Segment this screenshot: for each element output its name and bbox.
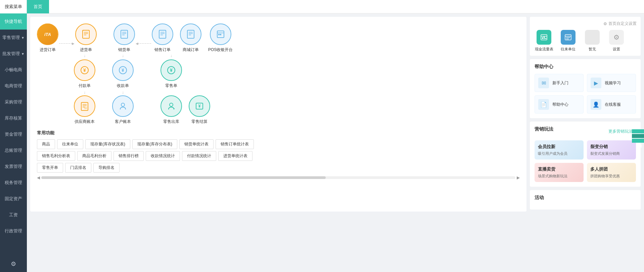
svg-text:¥: ¥	[83, 67, 86, 73]
float-btns: 客服热线 服务社区 桌面快捷	[632, 129, 644, 143]
help-online-service-label: 在线客服	[605, 102, 621, 107]
svg-text:¥: ¥	[170, 67, 173, 73]
btn-sales-order-stat[interactable]: 销售订单统计表	[216, 139, 254, 149]
btn-guide-rank[interactable]: 导购排名	[93, 163, 120, 173]
svg-rect-38	[542, 37, 543, 39]
svg-rect-4	[121, 30, 128, 38]
arrow-icon: ▼	[21, 52, 25, 56]
btn-counterpart[interactable]: 往来单位	[57, 139, 83, 149]
btn-purchase-stat[interactable]: 进货单统计表	[218, 151, 252, 161]
help-video-icon: ▶	[591, 78, 601, 88]
func-buttons-row1: 商品 往来单位 现存量(库存状况表) 现存量(库存分布表) 销货单统计表 销售订…	[37, 139, 520, 149]
sidebar-item-label: 资金管理	[5, 131, 22, 137]
btn-inventory-status[interactable]: 现存量(库存状况表)	[85, 139, 130, 149]
sidebar-item-label: 小畅电商	[5, 67, 22, 73]
svg-text:¥: ¥	[198, 104, 201, 108]
sidebar-item-retail-mgmt[interactable]: 零售管理 ▼	[0, 30, 27, 46]
sidebar-item-quick-nav[interactable]: 快捷导航	[0, 13, 27, 30]
node-purchase-bill[interactable]: 进货单	[75, 24, 97, 53]
sidebar-item-label: 行政管理	[5, 228, 22, 234]
svg-rect-19	[220, 34, 221, 35]
node-retail-outbound[interactable]: 零售出库	[160, 95, 182, 125]
btn-receipt-stat[interactable]: 收款情况统计	[146, 151, 180, 161]
btn-inventory-dist[interactable]: 现存量(库存分布表)	[132, 139, 177, 149]
scroll-track[interactable]	[41, 176, 515, 179]
float-btn-customer-service[interactable]: 客服热线	[632, 129, 644, 133]
sidebar-item-tax-mgmt[interactable]: 税务管理	[0, 175, 27, 191]
help-beginner-label: 新手入门	[552, 80, 568, 86]
btn-sales-stat[interactable]: 销货单统计表	[179, 139, 214, 149]
node-sales-bill[interactable]: 销货单	[113, 24, 135, 53]
btn-payment-stat[interactable]: 付款情况统计	[182, 151, 216, 161]
sidebar-item-invoice-mgmt[interactable]: 发票管理	[0, 158, 27, 175]
help-card: 帮助中心 ✉ 新手入门 ▶ 视频学习 📄 帮助中心 👤	[530, 59, 641, 118]
shortcut-cash-flow[interactable]: 现金流量表	[534, 30, 554, 52]
sidebar-item-ecom-mgmt[interactable]: 电商管理	[0, 78, 27, 94]
marketing-live[interactable]: 直播卖货 场景式购物新玩法	[535, 163, 584, 182]
svg-rect-26	[81, 102, 88, 110]
sidebar-item-wholesale-mgmt[interactable]: 批发管理 ▼	[0, 46, 27, 62]
svg-rect-12	[187, 30, 194, 38]
shortcut-settings[interactable]: ⚙ 设置	[606, 30, 627, 52]
sidebar-item-fixed-assets[interactable]: 固定资产	[0, 191, 27, 207]
node-retail-bill[interactable]: ¥ 零售单	[160, 59, 182, 89]
node-receipt-bill[interactable]: ¥ 收款单	[112, 59, 134, 89]
sidebar-item-inventory[interactable]: 库存核算	[0, 110, 27, 126]
sidebar-item-purchase-mgmt[interactable]: 采购管理	[0, 94, 27, 110]
shortcut-icon-cash-flow	[537, 30, 551, 45]
node-mall-order[interactable]: 商城订单	[180, 24, 201, 53]
help-beginner[interactable]: ✉ 新手入门	[535, 74, 584, 92]
marketing-fission[interactable]: 裂变分销 裂变式发展分销商	[587, 140, 636, 160]
scroll-right-arrow[interactable]: ▶	[517, 175, 520, 180]
help-center[interactable]: 📄 帮助中心	[535, 95, 584, 114]
help-online-service[interactable]: 👤 在线客服	[587, 95, 636, 114]
btn-product-profit[interactable]: 商品毛利分析	[77, 151, 111, 161]
btn-store-rank[interactable]: 门店排名	[65, 163, 91, 173]
btn-sales-profit[interactable]: 销售毛利分析表	[37, 151, 75, 161]
customize-btn[interactable]: ⚙ 首页自定义设置	[603, 21, 637, 27]
activity-card: 活动	[530, 190, 641, 210]
node-sales-order[interactable]: 销售订单	[152, 24, 173, 53]
shortcut-counterpart[interactable]: 往来单位	[558, 30, 578, 52]
node-customer-account[interactable]: 客户账本	[112, 95, 134, 125]
sidebar: 快捷导航 零售管理 ▼ 批发管理 ▼ 小畅电商 电商管理 采购管理 库存核算 资	[0, 13, 27, 272]
svg-rect-30	[84, 107, 87, 109]
shortcut-none[interactable]: 暂无	[582, 30, 602, 52]
func-buttons-row2: 销售毛利分析表 商品毛利分析 销售排行榜 收款情况统计 付款情况统计 进货单统计…	[37, 151, 520, 161]
btn-product[interactable]: 商品	[37, 139, 55, 149]
shortcuts-card: ⚙ 首页自定义设置 现金流量表 往来单位	[530, 17, 641, 56]
node-retail-settle[interactable]: ¥ 零售结算	[189, 95, 210, 125]
btn-sales-rank[interactable]: 销售排行榜	[113, 151, 144, 161]
sidebar-item-fund-mgmt[interactable]: 资金管理	[0, 126, 27, 142]
help-video[interactable]: ▶ 视频学习	[587, 74, 636, 92]
float-btn-service-community[interactable]: 服务社区	[632, 134, 644, 138]
sidebar-item-label: 总账管理	[5, 147, 22, 153]
node-supplier-account[interactable]: 供应商账本	[74, 95, 95, 125]
settings-icon: ⚙	[11, 260, 16, 268]
sidebar-item-general-ledger[interactable]: 总账管理	[0, 142, 27, 158]
btn-retail-order[interactable]: 零售开单	[37, 163, 63, 173]
marketing-member[interactable]: 会员拉新 吸引用户成为会员	[535, 140, 584, 160]
sidebar-item-xiaochangec[interactable]: 小畅电商	[0, 62, 27, 78]
help-online-service-icon: 👤	[591, 99, 601, 110]
node-purchase-order[interactable]: iTA 进货订单	[37, 24, 58, 53]
node-pos[interactable]: POS收银开台	[208, 24, 233, 53]
node-payment-bill[interactable]: ¥ 付款单	[74, 59, 95, 89]
marketing-group[interactable]: 多人拼团 拼团购物享受优惠	[587, 163, 636, 182]
sidebar-settings[interactable]: ⚙	[0, 256, 27, 272]
sidebar-item-label: 快捷导航	[5, 18, 22, 25]
svg-rect-8	[159, 30, 166, 38]
sidebar-item-label: 电商管理	[5, 83, 22, 89]
search-menu[interactable]: 搜索菜单	[0, 0, 27, 13]
svg-rect-18	[218, 34, 220, 35]
tab-home[interactable]: 首页	[27, 0, 49, 13]
sidebar-item-admin[interactable]: 行政管理	[0, 223, 27, 239]
tab-home-label: 首页	[34, 4, 42, 10]
marketing-grid: 会员拉新 吸引用户成为会员 裂变分销 裂变式发展分销商 直播卖货 场景式购物新玩…	[535, 140, 636, 182]
sidebar-item-label: 库存核算	[5, 115, 22, 121]
sidebar-item-salary[interactable]: 工资	[0, 207, 27, 223]
float-btn-desktop-shortcut[interactable]: 桌面快捷	[632, 139, 644, 143]
help-beginner-icon: ✉	[538, 78, 549, 88]
scroll-left-arrow[interactable]: ◀	[37, 175, 40, 180]
svg-text:¥: ¥	[122, 67, 124, 73]
